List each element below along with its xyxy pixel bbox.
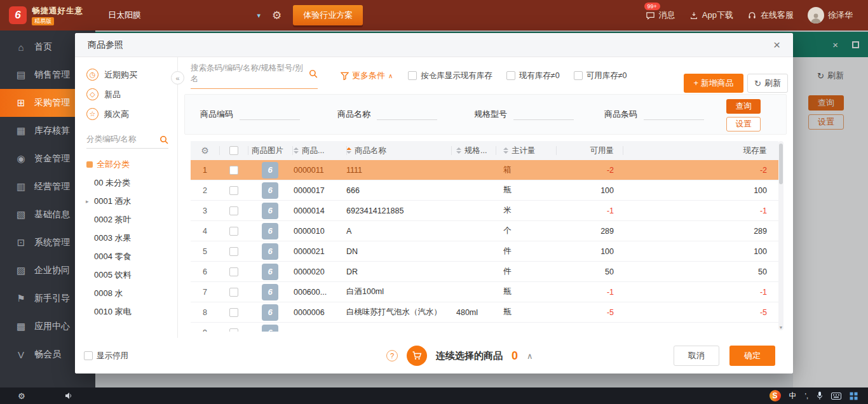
product-row[interactable]: 260000017666瓶100100 xyxy=(191,180,778,201)
field-input[interactable] xyxy=(240,109,300,120)
category-item[interactable]: 0005 饮料 xyxy=(75,266,177,284)
col-product-image: 商品图片 xyxy=(248,141,292,160)
field-input[interactable] xyxy=(377,109,437,120)
checkbox-box[interactable] xyxy=(574,71,583,80)
confirm-button[interactable]: 确定 xyxy=(729,346,775,366)
product-row[interactable]: 96 xyxy=(191,323,778,332)
filter-checkbox-0[interactable]: 按仓库显示现有库存 xyxy=(408,71,492,81)
user-account[interactable]: 徐泽华 xyxy=(808,7,853,24)
category-item[interactable]: ▸0001 酒水 xyxy=(75,192,177,210)
checkbox-box[interactable] xyxy=(506,71,515,80)
product-code: 0000006 xyxy=(292,302,346,322)
col-available-qty[interactable]: 可用量 xyxy=(556,141,623,160)
col-product-code[interactable]: 商品... xyxy=(292,141,346,160)
category-search-input[interactable]: 分类编码/名称 xyxy=(86,134,168,149)
chevron-up-icon: ∧ xyxy=(388,72,393,79)
query-field: 商品名称 xyxy=(337,109,437,120)
product-spec xyxy=(451,262,496,281)
company-select[interactable]: 日太阳膜 ▾ xyxy=(108,10,261,21)
scrollbar-thumb[interactable] xyxy=(779,144,783,184)
sort-icon[interactable] xyxy=(346,147,351,154)
row-checkbox[interactable] xyxy=(219,241,248,261)
ime-language-toggle[interactable]: 中 xyxy=(789,391,797,401)
product-name: 1111 xyxy=(346,160,451,180)
category-item[interactable]: 0002 茶叶 xyxy=(75,210,177,229)
filter-checkbox-1[interactable]: 现有库存≠0 xyxy=(506,71,560,81)
product-image-cell: 6 xyxy=(248,323,292,332)
add-product-button[interactable]: + 新增商品 xyxy=(684,74,743,93)
filter-checkbox-2[interactable]: 可用库存≠0 xyxy=(574,71,627,81)
collapse-up-icon[interactable]: ∧ xyxy=(527,351,533,361)
field-input[interactable] xyxy=(644,109,704,120)
member-icon: V xyxy=(15,349,27,360)
product-search-input[interactable]: 搜索条码/编码/名称/规格型号/别名 xyxy=(191,63,318,89)
product-name: 白酒100ml xyxy=(346,282,451,302)
microphone-icon[interactable] xyxy=(817,391,823,400)
expand-arrow-icon[interactable]: ▸ xyxy=(86,198,89,205)
ime-logo-icon[interactable]: S xyxy=(770,390,781,401)
settings-gear-icon[interactable]: ⚙ xyxy=(272,9,281,22)
product-row[interactable]: 560000021DN件100100 xyxy=(191,241,778,262)
show-disabled-checkbox[interactable]: 显示停用 xyxy=(84,351,128,361)
checkbox-box[interactable] xyxy=(84,351,93,360)
settings-button[interactable]: 设置 xyxy=(726,117,761,131)
quick-filter-recent-purchase[interactable]: ◷近期购买 xyxy=(75,65,177,84)
product-row[interactable]: 76000600...白酒100ml瓶-1-1 xyxy=(191,282,778,302)
help-icon[interactable]: ? xyxy=(386,350,398,361)
product-row[interactable]: 860000006白桃味苏打气泡水（汽水）480ml瓶-5-5 xyxy=(191,302,778,323)
row-checkbox[interactable] xyxy=(219,282,248,302)
category-item[interactable]: 0010 家电 xyxy=(75,302,177,321)
more-conditions-toggle[interactable]: 更多条件 ∧ xyxy=(341,70,393,81)
product-row[interactable]: 460000010A个289289 xyxy=(191,221,778,241)
row-checkbox[interactable] xyxy=(219,160,248,180)
row-checkbox[interactable] xyxy=(219,221,248,241)
col-stock-qty[interactable]: 现存量 xyxy=(623,141,778,160)
online-service-button[interactable]: 在线客服 xyxy=(747,10,794,21)
messages-button[interactable]: 99+ 消息 xyxy=(646,10,675,21)
cancel-button[interactable]: 取消 xyxy=(674,346,719,366)
row-checkbox[interactable] xyxy=(219,262,248,281)
refresh-button[interactable]: ↻ 刷新 xyxy=(747,74,788,93)
app-download-button[interactable]: App下载 xyxy=(689,10,733,21)
checkbox-box[interactable] xyxy=(408,71,417,80)
row-checkbox[interactable] xyxy=(219,180,248,200)
panel-collapse-icon[interactable]: « xyxy=(171,71,184,84)
field-input[interactable] xyxy=(513,109,574,120)
category-all-icon xyxy=(86,161,93,168)
app-logo-area: 6 畅捷通好生意 精易版 xyxy=(0,6,95,25)
ime-toolbox-icon[interactable] xyxy=(850,392,858,400)
product-row[interactable]: 1600000111111箱-2-2 xyxy=(191,160,778,180)
sort-icon[interactable] xyxy=(456,147,461,154)
product-code: 0000020 xyxy=(292,262,346,281)
ime-punctuation-toggle[interactable]: ’, xyxy=(805,392,809,400)
category-item[interactable]: 0004 零食 xyxy=(75,247,177,266)
table-scrollbar[interactable]: ▼ xyxy=(778,141,783,330)
select-all-checkbox[interactable] xyxy=(219,141,248,160)
quick-filter-high-frequency[interactable]: ☆频次高 xyxy=(75,104,177,124)
scroll-down-icon[interactable]: ▼ xyxy=(778,325,783,330)
col-product-spec[interactable]: 规格... xyxy=(451,141,496,160)
taskbar-gear-icon[interactable]: ⚙ xyxy=(18,391,25,401)
sort-icon[interactable] xyxy=(503,147,508,154)
sort-icon[interactable] xyxy=(294,147,299,154)
col-product-unit[interactable]: 主计量 xyxy=(496,141,556,160)
speaker-icon[interactable] xyxy=(65,392,72,400)
category-item[interactable]: 0003 水果 xyxy=(75,229,177,247)
product-row[interactable]: 660000020DR件5050 xyxy=(191,262,778,282)
product-row[interactable]: 3600000146923414121885米-1-1 xyxy=(191,201,778,221)
table-column-settings-gear-icon[interactable]: ⚙ xyxy=(191,141,219,160)
quick-filter-new-items[interactable]: ◇新品 xyxy=(75,84,177,104)
category-item[interactable]: 全部分类 xyxy=(75,155,177,173)
cart-icon[interactable] xyxy=(407,346,427,366)
row-checkbox[interactable] xyxy=(219,302,248,322)
row-checkbox[interactable] xyxy=(219,201,248,220)
keyboard-icon[interactable] xyxy=(831,393,841,400)
category-item[interactable]: 0008 水 xyxy=(75,284,177,302)
product-unit: 瓶 xyxy=(496,302,556,322)
modal-close-icon[interactable]: × xyxy=(773,39,780,51)
col-product-name[interactable]: 商品名称 xyxy=(346,141,451,160)
industry-trial-button[interactable]: 体验行业方案 xyxy=(293,5,363,25)
query-button[interactable]: 查询 xyxy=(726,99,761,114)
category-item[interactable]: 00 未分类 xyxy=(75,173,177,192)
row-checkbox[interactable] xyxy=(219,323,248,332)
